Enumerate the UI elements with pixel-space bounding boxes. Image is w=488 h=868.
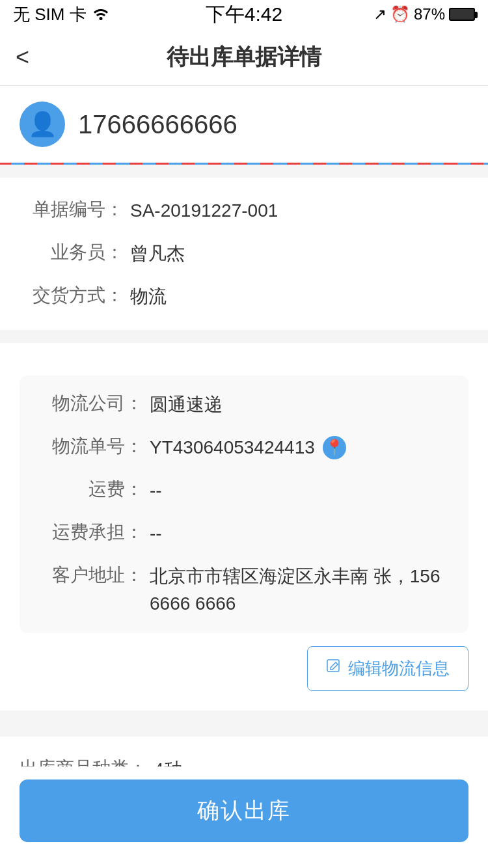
alarm-status-icon: ⏰ <box>390 5 410 23</box>
address-label: 客户地址： <box>39 563 143 588</box>
freight-bearer-row: 运费承担： -- <box>39 520 449 547</box>
tracking-value: YT43064053424413 <box>150 434 449 461</box>
salesperson-value: 曾凡杰 <box>130 240 468 267</box>
nav-bar: < 待出库单据详情 <box>0 29 488 86</box>
delivery-row: 交货方式： 物流 <box>20 283 468 310</box>
delivery-value: 物流 <box>130 283 468 310</box>
delivery-label: 交货方式： <box>20 283 124 308</box>
wifi-icon <box>92 5 110 25</box>
page-title: 待出库单据详情 <box>167 42 321 72</box>
edit-logistics-button[interactable]: 编辑物流信息 <box>307 646 468 691</box>
logistics-box: 物流公司： 圆通速递 物流单号： YT43064053424413 运费： --… <box>20 375 468 633</box>
bottom-bar: 确认出库 <box>0 766 488 868</box>
order-no-value: SA-20191227-001 <box>130 197 468 224</box>
freight-label: 运费： <box>39 477 143 502</box>
tracking-location-icon[interactable] <box>323 436 346 459</box>
status-left: 无 SIM 卡 <box>13 3 110 26</box>
freight-value: -- <box>150 477 449 504</box>
divider-1 <box>0 711 488 724</box>
status-time: 下午4:42 <box>206 1 282 28</box>
avatar: 👤 <box>20 102 65 147</box>
edit-icon <box>326 658 342 679</box>
customer-phone: 17666666666 <box>78 110 237 139</box>
status-right: ↗ ⏰ 87% <box>373 5 475 23</box>
logistics-section: 物流公司： 圆通速递 物流单号： YT43064053424413 运费： --… <box>0 343 488 711</box>
logistics-company-value: 圆通速递 <box>150 391 449 418</box>
battery-text: 87% <box>414 5 445 23</box>
freight-bearer-label: 运费承担： <box>39 520 143 545</box>
freight-row: 运费： -- <box>39 477 449 504</box>
logistics-company-row: 物流公司： 圆通速递 <box>39 391 449 418</box>
edit-btn-row: 编辑物流信息 <box>20 646 468 691</box>
carrier-text: 无 SIM 卡 <box>13 3 87 26</box>
basic-info-section: 单据编号： SA-20191227-001 业务员： 曾凡杰 交货方式： 物流 <box>0 178 488 330</box>
avatar-icon: 👤 <box>28 111 57 138</box>
customer-header: 👤 17666666666 <box>0 86 488 165</box>
order-no-label: 单据编号： <box>20 197 124 222</box>
address-value: 北京市市辖区海淀区永丰南 张，156 6666 6666 <box>150 563 449 617</box>
freight-bearer-value: -- <box>150 520 449 547</box>
order-no-row: 单据编号： SA-20191227-001 <box>20 197 468 224</box>
tracking-row: 物流单号： YT43064053424413 <box>39 434 449 461</box>
status-bar: 无 SIM 卡 下午4:42 ↗ ⏰ 87% <box>0 0 488 29</box>
address-row: 客户地址： 北京市市辖区海淀区永丰南 张，156 6666 6666 <box>39 563 449 617</box>
confirm-outbound-button[interactable]: 确认出库 <box>20 780 468 842</box>
battery-icon <box>449 8 475 21</box>
tracking-label: 物流单号： <box>39 434 143 459</box>
back-button[interactable]: < <box>16 44 29 71</box>
location-status-icon: ↗ <box>373 5 386 23</box>
logistics-company-label: 物流公司： <box>39 391 143 416</box>
salesperson-label: 业务员： <box>20 240 124 265</box>
salesperson-row: 业务员： 曾凡杰 <box>20 240 468 267</box>
